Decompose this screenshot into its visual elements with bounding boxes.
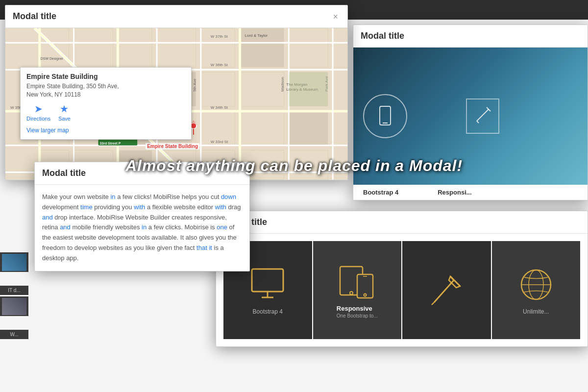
- text-highlight-8: in: [142, 223, 147, 231]
- svg-rect-7: [289, 28, 328, 67]
- text-segment-6: drag: [226, 203, 241, 211]
- svg-rect-21: [240, 111, 284, 146]
- icon-card-1-label: Bootstrap 4: [253, 308, 283, 315]
- modal-text: Modal title Make your own website in a f…: [34, 162, 250, 271]
- sidebar-label-1: IT d...: [0, 286, 28, 295]
- modal-text-title: Modal title: [42, 168, 86, 178]
- text-segment-9: a few clicks. Mobirise is: [147, 223, 217, 231]
- svg-line-87: [433, 299, 438, 304]
- svg-rect-78: [357, 274, 373, 298]
- bootstrap-labels: Bootstrap 4 Responsi...: [353, 185, 588, 200]
- directions-icon: ➤: [34, 103, 43, 115]
- text-segment-4: providing you: [93, 203, 134, 211]
- modal-icons: Modal title Bootstrap 4 Respon: [216, 211, 588, 347]
- text-highlight-5: with: [215, 203, 226, 211]
- svg-rect-64: [289, 72, 328, 106]
- edit-icon: [473, 105, 492, 125]
- modal-map-close[interactable]: ×: [331, 12, 340, 21]
- svg-marker-86: [449, 276, 460, 288]
- modal-text-content: Make your own website in a few clicks! M…: [42, 192, 242, 264]
- text-highlight-10: that: [196, 244, 207, 251]
- icon-card-responsive: Responsive One Bootstrap to...: [313, 241, 402, 339]
- modal-icons-body: Bootstrap 4 Responsive One Bootstrap to.…: [216, 234, 588, 346]
- phone-icon: [373, 104, 397, 128]
- map-actions: ➤ Directions ★ Save: [26, 103, 185, 122]
- location-name: Empire State Building: [26, 73, 185, 80]
- location-address: Empire State Building, 350 5th Ave, New …: [26, 82, 185, 99]
- svg-rect-2: [74, 28, 113, 67]
- svg-rect-8: [333, 28, 347, 67]
- icon-card-globe: Unlimite...: [492, 241, 581, 339]
- modal-bootstrap-header: Modal title: [353, 25, 588, 48]
- text-segment-2: a few clicks! MobiRise helps you cut: [116, 193, 221, 200]
- edit-icon-box: [466, 98, 499, 134]
- svg-text:Madison: Madison: [280, 77, 285, 92]
- modal-bootstrap-title: Modal title: [361, 31, 404, 41]
- bootstrap-label-2: Responsi...: [438, 189, 471, 196]
- svg-text:W 36th St: W 36th St: [211, 63, 228, 67]
- modal-text-body: Make your own website in a few clicks! M…: [35, 185, 249, 271]
- directions-button[interactable]: ➤ Directions: [26, 103, 50, 122]
- text-segment-3: development: [42, 203, 80, 211]
- desktop-icon: [248, 265, 287, 304]
- responsive-icon: [338, 262, 377, 301]
- modal-map: Modal title ×: [5, 5, 348, 180]
- text-highlight-9: one: [217, 223, 227, 231]
- text-segment-8: mobile friendly websites: [71, 223, 142, 231]
- sidebar-thumbnail-2: [0, 296, 28, 316]
- svg-rect-73: [252, 269, 283, 292]
- view-larger-map-link[interactable]: View larger map: [26, 127, 69, 134]
- save-button[interactable]: ★ Save: [58, 103, 71, 122]
- svg-text:W 37th St: W 37th St: [211, 34, 228, 39]
- modal-bootstrap-body: Bootstrap 4 Responsi...: [353, 48, 588, 200]
- modal-icons-header: Modal title: [216, 211, 588, 234]
- bootstrap-label-1: Bootstrap 4: [363, 189, 398, 196]
- globe-icon: [516, 265, 556, 304]
- svg-rect-13: [201, 72, 235, 106]
- icon-card-edit: [402, 241, 491, 339]
- edit-pencil-icon: [427, 270, 466, 310]
- sidebar-label-2: W...: [0, 330, 28, 339]
- svg-text:DSW Designer: DSW Designer: [41, 57, 64, 61]
- svg-text:W 34th St: W 34th St: [211, 105, 228, 110]
- svg-rect-68: [380, 106, 391, 125]
- icon-card-4-label: Unlimite...: [523, 308, 549, 315]
- text-segment-5: a flexible website editor: [145, 203, 215, 211]
- text-highlight-7: and: [60, 223, 71, 231]
- text-highlight-6: and: [42, 214, 53, 221]
- svg-line-70: [477, 109, 489, 121]
- text-highlight-2: down: [221, 193, 236, 200]
- save-icon: ★: [60, 103, 69, 115]
- phone-icon-circle: [363, 94, 407, 138]
- svg-text:33rd Street P: 33rd Street P: [99, 142, 121, 145]
- text-highlight-3: time: [80, 203, 93, 211]
- svg-text:Lord & Taylor: Lord & Taylor: [245, 33, 268, 38]
- modal-map-header: Modal title ×: [5, 5, 347, 28]
- svg-rect-14: [240, 72, 284, 106]
- icon-card-2-label: Responsive One Bootstrap to...: [337, 305, 378, 319]
- svg-rect-3: [118, 28, 152, 67]
- modal-map-title: Modal title: [13, 11, 56, 22]
- text-segment-1: Make your own website: [42, 193, 110, 200]
- svg-point-77: [350, 292, 353, 294]
- svg-text:W 33rd St: W 33rd St: [211, 140, 228, 144]
- text-highlight-4: with: [134, 203, 145, 211]
- svg-rect-22: [289, 111, 328, 146]
- sidebar-thumbnail-1: [0, 252, 28, 272]
- center-overlay-text: Almost anything can be placed in a Modal…: [125, 157, 463, 175]
- svg-rect-4: [157, 28, 196, 67]
- svg-text:5th Ave: 5th Ave: [193, 78, 197, 92]
- svg-line-71: [477, 121, 479, 123]
- map-pin-label: Empire State Building: [146, 143, 199, 149]
- text-highlight-1: in: [110, 193, 115, 200]
- map-popup: Empire State Building Empire State Build…: [20, 67, 192, 140]
